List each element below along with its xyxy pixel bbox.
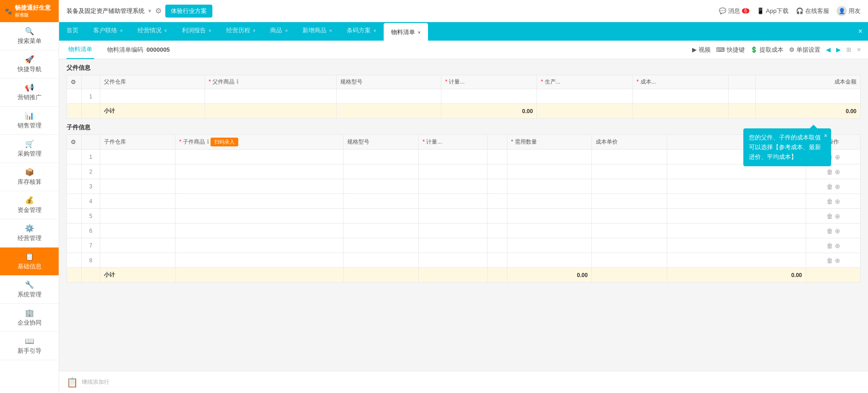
nav-tab-operations-status[interactable]: 经营情况× [130,22,175,40]
nav-tab-home[interactable]: 首页 [59,22,86,40]
scan-button[interactable]: 扫码录入 [211,138,238,146]
settings-icon[interactable]: ⚙ [155,6,162,15]
delete-icon[interactable]: 🗑 [826,212,833,220]
delete-icon[interactable]: 🗑 [826,183,833,190]
close-tab-barcode-plan[interactable]: × [374,28,376,33]
sidebar-item-guide[interactable]: 📖 新手引导 [0,332,59,360]
child-row-spec[interactable] [344,224,419,238]
copy-icon[interactable]: ⊕ [835,227,840,235]
sidebar-item-basic-info[interactable]: 📋 基础信息 [0,248,59,276]
child-row-unit-cost[interactable] [591,164,667,179]
copy-icon[interactable]: ⊕ [835,168,840,175]
child-row-unit[interactable] [419,150,488,164]
child-row-warehouse[interactable] [100,238,175,253]
child-row-warehouse[interactable] [100,253,175,268]
close-tab-profit-report[interactable]: × [209,28,211,33]
child-row-quantity[interactable] [507,238,591,253]
sidebar-item-operations[interactable]: ⚙️ 经营管理 [0,219,59,248]
sidebar-item-quick-nav[interactable]: 🚀 快捷导航 [0,50,59,79]
child-row-quantity[interactable] [507,164,591,179]
copy-icon[interactable]: ⊕ [835,153,840,161]
child-row-product[interactable] [175,238,344,253]
expand-button[interactable]: ⊞ [846,46,851,53]
nav-tab-customers[interactable]: 客户联络× [86,22,130,40]
close-tab-customers[interactable]: × [120,28,123,33]
copy-icon[interactable]: ⊕ [835,242,840,249]
delete-icon[interactable]: 🗑 [826,198,833,205]
child-row-unit-cost[interactable] [591,150,667,164]
child-row-product[interactable] [175,253,344,268]
app-download-item[interactable]: 📱 App下载 [757,7,789,15]
parent-row-production[interactable] [537,89,633,104]
child-row-spec[interactable] [344,179,419,194]
child-row-quantity[interactable] [507,253,591,268]
child-row-spec[interactable] [344,194,419,209]
video-action[interactable]: ▶ 视频 [692,46,711,54]
child-row-product[interactable] [175,209,344,224]
child-row-quantity[interactable] [507,209,591,224]
system-dropdown-icon[interactable]: ▾ [148,7,151,14]
child-row-unit-cost[interactable] [591,209,667,224]
sidebar-item-marketing[interactable]: 📢 营销推广 [0,79,59,107]
nav-tab-profit-report[interactable]: 利润报告× [175,22,219,40]
child-row-unit-cost[interactable] [591,179,667,194]
child-row-unit[interactable] [419,224,488,238]
gear-icon-child[interactable]: ⚙ [71,139,76,145]
sidebar-item-search[interactable]: 🔍 搜索菜单 [0,22,59,50]
nav-tab-products[interactable]: 商品× [263,22,295,40]
child-row-product[interactable] [175,224,344,238]
sidebar-item-sales[interactable]: 📊 销售管理 [0,107,59,135]
child-row-warehouse[interactable] [100,194,175,209]
close-all-tabs-button[interactable]: × [853,27,868,36]
child-row-unit-cost[interactable] [591,253,667,268]
child-row-warehouse[interactable] [100,164,175,179]
child-row-unit-cost[interactable] [591,194,667,209]
copy-icon[interactable]: ⊕ [835,212,840,220]
child-row-spec[interactable] [344,253,419,268]
delete-icon[interactable]: 🗑 [826,168,833,175]
child-row-quantity[interactable] [507,150,591,164]
online-service-item[interactable]: 🎧 在线客服 [796,7,829,15]
child-row-unit[interactable] [419,253,488,268]
sidebar-item-finance[interactable]: 💰 资金管理 [0,191,59,219]
child-row-product[interactable] [175,194,344,209]
delete-icon[interactable]: 🗑 [826,242,833,249]
delete-icon[interactable]: 🗑 [826,227,833,235]
sidebar-item-system[interactable]: 🔧 系统管理 [0,276,59,304]
extract-cost-action[interactable]: 💲 提取成本 [750,46,784,54]
child-row-warehouse[interactable] [100,150,175,164]
delete-icon[interactable]: 🗑 [826,257,833,264]
footer-add-hint[interactable]: 继续添加行 [82,378,109,386]
parent-row-warehouse[interactable] [100,89,205,104]
single-settings-action[interactable]: ⚙ 单据设置 [789,46,820,54]
user-item[interactable]: 👤 用友 [837,6,861,16]
close-tab-new-products[interactable]: × [329,28,332,33]
parent-row-product[interactable] [205,89,336,104]
close-tab-products[interactable]: × [285,28,288,33]
sidebar-item-inventory[interactable]: 📦 库存核算 [0,163,59,191]
child-row-spec[interactable] [344,164,419,179]
child-row-spec[interactable] [344,209,419,224]
child-row-unit[interactable] [419,179,488,194]
child-row-unit[interactable] [419,194,488,209]
nav-tab-operations-history[interactable]: 经营历程× [219,22,263,40]
nav-prev-button[interactable]: ◀ [826,46,831,53]
child-row-warehouse[interactable] [100,224,175,238]
child-row-unit[interactable] [419,238,488,253]
copy-icon[interactable]: ⊕ [835,257,840,264]
close-tab-material-list[interactable]: × [418,30,421,35]
child-row-unit-cost[interactable] [591,238,667,253]
child-row-quantity[interactable] [507,224,591,238]
child-row-warehouse[interactable] [100,179,175,194]
more-button[interactable]: ≡ [857,46,861,53]
tooltip-close-button[interactable]: × [824,131,827,141]
child-row-spec[interactable] [344,150,419,164]
child-row-quantity[interactable] [507,194,591,209]
child-row-product[interactable] [175,150,344,164]
nav-tab-material-list[interactable]: 物料清单× [384,23,428,41]
nav-next-button[interactable]: ▶ [836,46,841,53]
child-row-unit[interactable] [419,164,488,179]
child-row-product[interactable] [175,164,344,179]
nav-tab-barcode-plan[interactable]: 条码方案× [339,22,384,40]
parent-row-spec[interactable] [337,89,441,104]
